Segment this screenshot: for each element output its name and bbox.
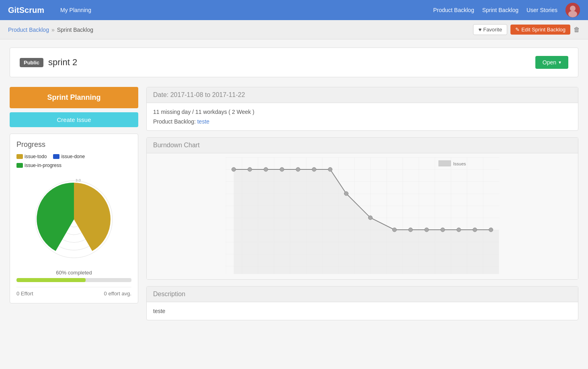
svg-rect-14 — [439, 161, 451, 166]
favorite-button[interactable]: ♥ Favorite — [473, 24, 507, 35]
nav-product-backlog[interactable]: Product Backlog — [433, 7, 474, 13]
legend-item-todo: issue-todo — [16, 154, 47, 159]
left-column: Sprint Planning Create Issue Progress is… — [10, 87, 138, 303]
date-card-header: Date: 2017-11-08 to 2017-11-22 — [147, 87, 578, 103]
description-header: Description — [147, 287, 578, 302]
burndown-body: Issues — [147, 153, 578, 279]
backlog-link[interactable]: teste — [197, 118, 209, 125]
svg-point-30 — [457, 228, 461, 232]
svg-point-29 — [441, 228, 445, 232]
legend-in-progress-label: issue-in-progress — [25, 163, 61, 168]
breadcrumb-current: Sprint Backlog — [57, 27, 93, 33]
svg-point-32 — [489, 228, 493, 232]
svg-point-18 — [248, 167, 252, 171]
breadcrumb-actions: ♥ Favorite ✎ Edit Sprint Backlog 🗑 — [473, 24, 580, 35]
heart-icon: ♥ — [478, 27, 481, 33]
sprint-title: sprint 2 — [48, 57, 77, 68]
svg-point-2 — [568, 11, 577, 17]
nav-my-planning[interactable]: My Planning — [60, 7, 91, 13]
create-issue-button[interactable]: Create Issue — [10, 112, 138, 127]
edit-sprint-button[interactable]: ✎ Edit Sprint Backlog — [510, 25, 570, 35]
svg-point-28 — [425, 228, 429, 232]
svg-point-19 — [264, 167, 268, 171]
legend-done-label: issue-done — [61, 154, 85, 159]
svg-point-17 — [232, 167, 236, 171]
favorite-label: Favorite — [483, 27, 502, 33]
svg-point-27 — [409, 228, 413, 232]
svg-point-21 — [296, 167, 300, 171]
sprint-header-card: Public sprint 2 Open ▾ — [10, 47, 578, 77]
open-button[interactable]: Open ▾ — [535, 56, 568, 69]
date-card: Date: 2017-11-08 to 2017-11-22 11 missin… — [146, 87, 578, 131]
svg-point-25 — [369, 216, 373, 220]
progress-bar-fill — [16, 278, 86, 282]
edit-sprint-label: Edit Sprint Backlog — [521, 27, 565, 33]
burndown-chart-svg: Issues — [151, 157, 574, 274]
breadcrumb-bar: Product Backlog » Sprint Backlog ♥ Favor… — [0, 20, 588, 39]
progress-bar-container — [16, 278, 131, 282]
svg-point-20 — [280, 167, 284, 171]
progress-card: Progress issue-todo issue-done issue-in-… — [10, 134, 138, 303]
backlog-label: Product Backlog: — [153, 118, 196, 125]
burndown-card: Burndown Chart Issues — [146, 137, 578, 280]
svg-point-22 — [312, 167, 316, 171]
svg-point-23 — [328, 167, 332, 171]
breadcrumb-product-backlog-link[interactable]: Product Backlog — [8, 27, 49, 33]
breadcrumb: Product Backlog » Sprint Backlog — [8, 27, 93, 33]
sprint-planning-button[interactable]: Sprint Planning — [10, 87, 138, 108]
pie-chart-area: 3.0 2 2 1 — [16, 173, 131, 266]
svg-text:3.0: 3.0 — [76, 178, 81, 182]
description-card: Description teste — [146, 286, 578, 320]
nav-user-stories[interactable]: User Stories — [527, 7, 557, 13]
legend-item-done: issue-done — [53, 154, 85, 159]
breadcrumb-separator: » — [51, 27, 55, 33]
avatar[interactable] — [565, 3, 580, 17]
svg-point-26 — [393, 228, 397, 232]
progress-legend: issue-todo issue-done issue-in-progress — [16, 154, 131, 168]
pie-chart: 3.0 2 2 1 — [28, 173, 120, 266]
delete-button[interactable]: 🗑 — [574, 26, 580, 33]
workdays-text: 11 missing day / 11 workdays ( 2 Week ) — [153, 109, 572, 115]
svg-text:Issues: Issues — [453, 161, 466, 166]
progress-completed-text: 60% completed — [16, 270, 131, 276]
svg-point-31 — [473, 228, 477, 232]
public-badge: Public — [20, 58, 43, 67]
svg-point-24 — [344, 192, 348, 196]
open-label: Open — [543, 59, 556, 66]
backlog-row: Product Backlog: teste — [153, 118, 572, 125]
legend-item-in-progress: issue-in-progress — [16, 163, 61, 168]
two-col-layout: Sprint Planning Create Issue Progress is… — [10, 87, 578, 327]
date-card-body: 11 missing day / 11 workdays ( 2 Week ) … — [147, 103, 578, 130]
effort-label: 0 Effort — [16, 291, 33, 297]
done-color-dot — [53, 154, 59, 159]
navbar-right: Product Backlog Sprint Backlog User Stor… — [433, 3, 580, 17]
nav-sprint-backlog[interactable]: Sprint Backlog — [482, 7, 518, 13]
avatar-image — [565, 3, 580, 17]
chevron-down-icon: ▾ — [559, 60, 561, 65]
date-text: Date: 2017-11-08 to 2017-11-22 — [153, 91, 245, 98]
description-body: teste — [147, 302, 578, 320]
navbar-left: GitScrum My Planning — [8, 6, 91, 15]
sprint-header-left: Public sprint 2 — [20, 57, 77, 68]
brand[interactable]: GitScrum — [8, 6, 44, 15]
legend-todo-label: issue-todo — [25, 154, 47, 159]
todo-color-dot — [16, 154, 23, 159]
navbar: GitScrum My Planning Product Backlog Spr… — [0, 0, 588, 20]
effort-row: 0 Effort 0 effort avg. — [16, 287, 131, 297]
burndown-header: Burndown Chart — [147, 138, 578, 153]
pencil-icon: ✎ — [515, 27, 520, 33]
right-column: Date: 2017-11-08 to 2017-11-22 11 missin… — [146, 87, 578, 327]
in-progress-color-dot — [16, 163, 23, 168]
main-content: Public sprint 2 Open ▾ Sprint Planning C… — [0, 39, 588, 335]
trash-icon: 🗑 — [574, 26, 580, 33]
progress-title: Progress — [16, 140, 131, 149]
svg-point-1 — [570, 6, 576, 11]
effort-avg-label: 0 effort avg. — [104, 291, 131, 297]
